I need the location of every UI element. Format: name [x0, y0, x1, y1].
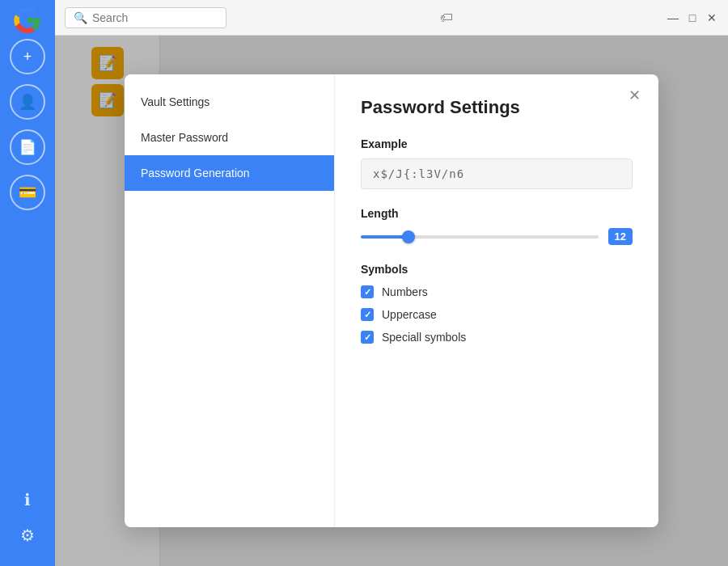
- nav-master-password[interactable]: Master Password: [125, 120, 334, 155]
- window-controls: — □ ✕: [667, 11, 718, 24]
- tag-icon: 🏷: [440, 11, 453, 25]
- slider-value: 12: [608, 228, 633, 245]
- settings-button[interactable]: ⚙: [13, 521, 42, 550]
- slider-fill: [361, 235, 408, 239]
- add-icon: +: [23, 49, 32, 65]
- user-icon: 👤: [19, 93, 36, 111]
- main-area: 🔍 🏷 — □ ✕ 📝 📝 Vault Set: [55, 0, 728, 566]
- card-button[interactable]: 💳: [10, 175, 45, 210]
- info-button[interactable]: ℹ: [13, 485, 42, 514]
- checkbox-numbers-label: Numbers: [382, 285, 428, 298]
- dialog-title: Password Settings: [361, 97, 633, 118]
- slider-thumb[interactable]: [402, 230, 415, 243]
- search-area[interactable]: 🔍: [65, 7, 226, 28]
- search-icon: 🔍: [74, 11, 87, 24]
- checkbox-special[interactable]: [361, 331, 374, 344]
- dialog-content: Password Settings Example x$/J{:l3V/n6 L…: [335, 74, 658, 527]
- minimize-button[interactable]: —: [667, 11, 679, 24]
- settings-nav: Vault Settings Master Password Password …: [125, 74, 335, 527]
- slider-row: 12: [361, 228, 633, 245]
- example-label: Example: [361, 137, 633, 150]
- checkbox-special-row: Speciall symbols: [361, 331, 633, 344]
- checkbox-uppercase-label: Uppercase: [382, 308, 437, 321]
- dialog-overlay: Vault Settings Master Password Password …: [55, 36, 728, 566]
- document-icon: 📄: [19, 138, 36, 156]
- checkbox-uppercase-row: Uppercase: [361, 308, 633, 321]
- checkbox-numbers-row: Numbers: [361, 285, 633, 298]
- symbols-section: Symbols Numbers Uppercase Speciall symbo…: [361, 263, 633, 344]
- content-area: 📝 📝 Vault Settings Master Password P: [55, 36, 728, 566]
- checkbox-uppercase[interactable]: [361, 308, 374, 321]
- password-settings-dialog: Vault Settings Master Password Password …: [125, 74, 658, 527]
- symbols-label: Symbols: [361, 263, 633, 276]
- card-icon: 💳: [19, 184, 36, 201]
- close-window-button[interactable]: ✕: [705, 11, 718, 24]
- add-button[interactable]: +: [10, 39, 45, 74]
- example-password: x$/J{:l3V/n6: [361, 158, 633, 189]
- user-button[interactable]: 👤: [10, 84, 45, 120]
- checkbox-special-label: Speciall symbols: [382, 331, 466, 344]
- search-input[interactable]: [92, 11, 205, 24]
- length-label: Length: [361, 207, 633, 220]
- slider-track: [361, 235, 599, 239]
- google-logo: [14, 6, 41, 34]
- nav-password-generation[interactable]: Password Generation: [125, 155, 334, 191]
- title-bar: 🔍 🏷 — □ ✕: [55, 0, 728, 36]
- document-button[interactable]: 📄: [10, 129, 45, 165]
- sidebar: + 👤 📄 💳 ℹ ⚙: [0, 0, 55, 566]
- checkbox-numbers[interactable]: [361, 285, 374, 298]
- dialog-close-button[interactable]: ✕: [623, 84, 645, 107]
- maximize-button[interactable]: □: [686, 11, 699, 24]
- nav-vault-settings[interactable]: Vault Settings: [125, 84, 334, 120]
- length-section: Length 12: [361, 207, 633, 245]
